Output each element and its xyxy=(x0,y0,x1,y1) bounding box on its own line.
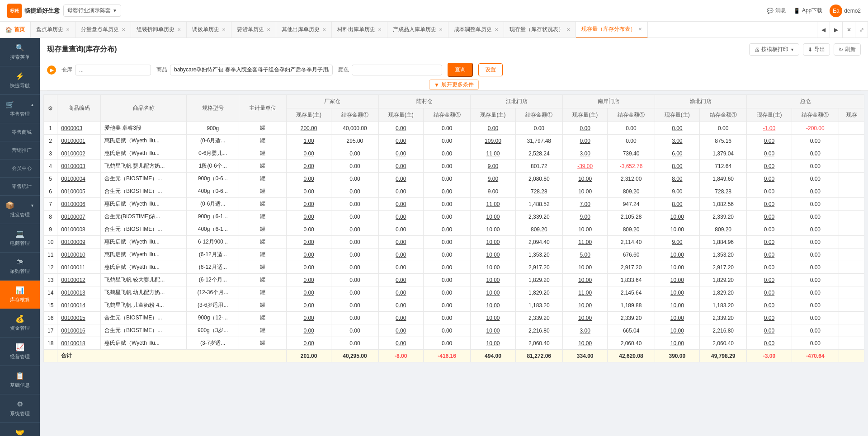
row-yubei-qty[interactable]: 9.00 xyxy=(655,236,699,248)
nav-close-button[interactable]: ✕ xyxy=(843,22,855,38)
row-changjia-qty[interactable]: 0.00 xyxy=(287,274,331,286)
sidebar-item-biz[interactable]: 📈 经营管理 xyxy=(0,338,40,366)
row-nanan-qty[interactable]: 10.00 xyxy=(563,173,608,185)
row-nanan-qty[interactable]: 0.00 xyxy=(563,135,608,147)
row-yubei-qty[interactable]: 0.00 xyxy=(655,122,699,135)
nav-expand-button[interactable]: ⤢ xyxy=(855,22,868,38)
row-jiangbei-qty[interactable]: 9.00 xyxy=(471,160,515,173)
tab-qitachuku[interactable]: 其他出库单历史 ✕ xyxy=(276,22,332,38)
row-yubei-qty[interactable]: 3.00 xyxy=(655,135,699,147)
row-lucun-qty[interactable]: 0.00 xyxy=(378,223,423,236)
row-jiangbei-qty[interactable]: 10.00 xyxy=(471,211,515,223)
close-icon[interactable]: ✕ xyxy=(122,27,125,32)
sidebar-item-marketing[interactable]: 营销推广 xyxy=(0,141,40,159)
row-changjia-qty[interactable]: 1.00 xyxy=(287,135,331,147)
app-download-button[interactable]: 📱 App下载 xyxy=(793,7,822,14)
close-icon[interactable]: ✕ xyxy=(439,27,443,32)
row-changjia-qty[interactable]: 0.00 xyxy=(287,147,331,160)
row-code[interactable]: 00100013 xyxy=(57,286,101,299)
row-jiangbei-qty[interactable]: 0.00 xyxy=(471,122,515,135)
row-nanan-qty[interactable]: 10.00 xyxy=(563,299,608,312)
row-nanan-qty[interactable]: 10.00 xyxy=(563,261,608,274)
settings-icon[interactable]: ⚙ xyxy=(48,105,53,112)
row-jiangbei-qty[interactable]: 109.00 xyxy=(471,135,515,147)
warehouse-input[interactable] xyxy=(75,65,151,75)
row-changjia-qty[interactable]: 0.00 xyxy=(287,337,331,350)
row-lucun-qty[interactable]: 0.00 xyxy=(378,236,423,248)
message-button[interactable]: 💬 消息 xyxy=(767,7,786,14)
row-total-qty[interactable]: 0.00 xyxy=(747,299,792,312)
row-lucun-qty[interactable]: 0.00 xyxy=(378,122,423,135)
row-jiangbei-qty[interactable]: 9.00 xyxy=(471,173,515,185)
row-jiangbei-qty[interactable]: 11.00 xyxy=(471,147,515,160)
row-yubei-qty[interactable]: 10.00 xyxy=(655,312,699,324)
row-total-qty[interactable]: 0.00 xyxy=(747,274,792,286)
store-select[interactable]: 母婴行业演示陈套 ▼ xyxy=(63,5,121,17)
row-code[interactable]: 00100001 xyxy=(57,135,101,147)
row-yubei-qty[interactable]: 10.00 xyxy=(655,261,699,274)
row-total-qty[interactable]: 0.00 xyxy=(747,223,792,236)
row-code[interactable]: 00100011 xyxy=(57,261,101,274)
expand-conditions-button[interactable]: ▼ 展开更多条件 xyxy=(429,80,479,90)
th-settings[interactable]: ⚙ xyxy=(44,95,57,122)
row-lucun-qty[interactable]: 0.00 xyxy=(378,337,423,350)
tab-chenben[interactable]: 成本调整单历史 ✕ xyxy=(448,22,504,38)
row-code[interactable]: 0000003 xyxy=(57,122,101,135)
close-icon[interactable]: ✕ xyxy=(66,27,70,32)
row-nanan-qty[interactable]: 0.00 xyxy=(563,122,608,135)
tab-xiancun-fenbiao[interactable]: 现存量（库存分布表） ✕ xyxy=(576,22,648,38)
row-total-qty[interactable]: 0.00 xyxy=(747,135,792,147)
row-nanan-qty[interactable]: 3.00 xyxy=(563,147,608,160)
row-code[interactable]: 00100006 xyxy=(57,198,101,211)
row-lucun-qty[interactable]: 0.00 xyxy=(378,299,423,312)
row-jiangbei-qty[interactable]: 10.00 xyxy=(471,299,515,312)
row-code[interactable]: 00100004 xyxy=(57,173,101,185)
row-total-qty[interactable]: 0.00 xyxy=(747,211,792,223)
row-lucun-qty[interactable]: 0.00 xyxy=(378,185,423,198)
row-yubei-qty[interactable]: 10.00 xyxy=(655,211,699,223)
close-icon[interactable]: ✕ xyxy=(495,27,498,32)
row-yubei-qty[interactable]: 10.00 xyxy=(655,248,699,261)
tab-yaohuo[interactable]: 要货单历史 ✕ xyxy=(231,22,276,38)
close-icon[interactable]: ✕ xyxy=(322,27,326,32)
tab-fenpandian[interactable]: 分量盘点单历史 ✕ xyxy=(75,22,131,38)
query-button[interactable]: 查询 xyxy=(448,63,473,77)
row-lucun-qty[interactable]: 0.00 xyxy=(378,147,423,160)
color-input[interactable] xyxy=(352,65,442,75)
row-changjia-qty[interactable]: 0.00 xyxy=(287,286,331,299)
tab-pandian[interactable]: 盘点单历史 ✕ xyxy=(31,22,75,38)
row-yubei-qty[interactable]: 9.00 xyxy=(655,185,699,198)
tab-chengpin[interactable]: 产成品入库单历史 ✕ xyxy=(387,22,448,38)
row-total-qty[interactable]: 0.00 xyxy=(747,337,792,350)
row-code[interactable]: 00100014 xyxy=(57,299,101,312)
tab-zuzhuan[interactable]: 组装拆卸单历史 ✕ xyxy=(131,22,187,38)
nav-prev-button[interactable]: ◀ xyxy=(817,22,830,38)
row-jiangbei-qty[interactable]: 11.00 xyxy=(471,198,515,211)
row-changjia-qty[interactable]: 0.00 xyxy=(287,261,331,274)
row-code[interactable]: 00100010 xyxy=(57,248,101,261)
sidebar-item-finance[interactable]: 💰 资金管理 xyxy=(0,309,40,338)
sidebar-item-wholesale[interactable]: 📦 ▼ 批发管理 xyxy=(0,196,40,224)
row-lucun-qty[interactable]: 0.00 xyxy=(378,274,423,286)
refresh-button[interactable]: ↻ 刷新 xyxy=(834,43,861,56)
tab-cailiao[interactable]: 材料出库单历史 ✕ xyxy=(332,22,387,38)
sidebar-item-retail[interactable]: 🛒 ▲ 零售管理 xyxy=(0,95,40,123)
row-jiangbei-qty[interactable]: 10.00 xyxy=(471,312,515,324)
sidebar-item-basic[interactable]: 📋 基础信息 xyxy=(0,366,40,394)
close-icon[interactable]: ✕ xyxy=(566,27,570,32)
sidebar-item-corp[interactable]: 🤝 企业协同 xyxy=(0,423,40,436)
settings-button[interactable]: 设置 xyxy=(478,63,503,76)
row-total-qty[interactable]: 0.00 xyxy=(747,198,792,211)
row-jiangbei-qty[interactable]: 10.00 xyxy=(471,236,515,248)
table-container[interactable]: ⚙ 商品编码 商品名称 规格型号 主计量单位 厂家仓 陆村仓 江北门店 南岸门店… xyxy=(40,91,868,436)
row-nanan-qty[interactable]: 7.00 xyxy=(563,198,608,211)
row-nanan-qty[interactable]: 3.00 xyxy=(563,324,608,337)
print-button[interactable]: 🖨 按模板打印 ▼ xyxy=(749,43,799,56)
goods-input[interactable] xyxy=(170,65,333,75)
row-yubei-qty[interactable]: 8.00 xyxy=(655,160,699,173)
row-total-qty[interactable]: 0.00 xyxy=(747,324,792,337)
row-changjia-qty[interactable]: 0.00 xyxy=(287,236,331,248)
row-total-qty[interactable]: 0.00 xyxy=(747,236,792,248)
tab-xiancun-kuangkuang[interactable]: 现存量（库存状况表） ✕ xyxy=(504,22,576,38)
row-changjia-qty[interactable]: 0.00 xyxy=(287,324,331,337)
